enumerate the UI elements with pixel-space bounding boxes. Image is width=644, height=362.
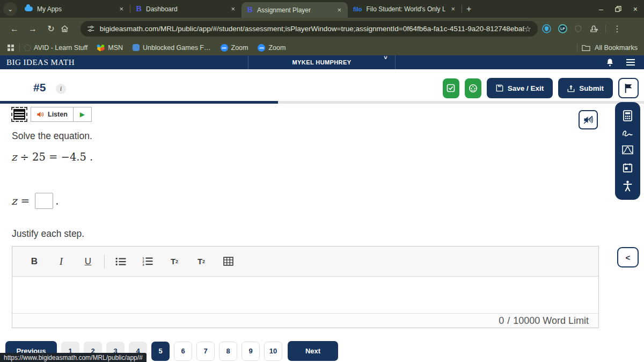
superscript-button[interactable]: T2 [161,257,188,266]
check-answer-button[interactable] [443,78,459,98]
forward-button[interactable]: → [24,24,42,34]
insert-table-button[interactable] [215,257,241,266]
unblocked-games-favicon [133,44,140,51]
submit-button[interactable]: Submit [558,78,613,98]
home-button[interactable] [60,24,78,33]
tab-separator [462,5,462,13]
page-button-7[interactable]: 7 [196,342,215,361]
extensions-puzzle-icon[interactable] [589,24,598,33]
assessment-player: #5 i Save / Exit Submit [0,69,644,362]
tab-filo-student[interactable]: filo Filo Student: World's Only Live × [348,0,462,18]
dimmed-shield-icon[interactable] [574,25,582,33]
answer-line: z = . [11,193,59,209]
bookmark-label: AVID - Learn Stuff [34,44,87,52]
avid-favicon [24,45,31,51]
tab-close-icon[interactable]: × [230,5,236,13]
answer-input[interactable] [35,193,53,209]
back-button[interactable]: ← [5,24,24,34]
ball-icon [469,84,478,93]
bookmark-zoom-2[interactable]: zm Zoom [258,44,286,52]
tab-dashboard[interactable]: B Dashboard × [130,0,241,18]
accessibility-icon[interactable] [623,180,632,192]
chevron-down-icon: ⌄ [8,5,13,13]
tab-close-icon[interactable]: × [450,5,456,13]
period: . [55,194,58,207]
bookmark-zoom-1[interactable]: zm Zoom [221,44,248,52]
site-info-icon[interactable] [87,25,95,33]
tab-my-apps[interactable]: My Apps × [19,0,130,18]
hamburger-menu-icon[interactable] [626,59,635,66]
listen-button[interactable]: Listen [31,107,74,121]
tab-assignment-player[interactable]: B Assignment Player × [241,2,348,18]
all-bookmarks-button[interactable]: All Bookmarks [577,44,638,52]
home-icon [60,24,69,33]
word-limit-label: 10000 Word Limit [513,315,589,327]
editor-text-area[interactable] [12,277,598,313]
apps-grid-icon[interactable] [6,44,15,52]
page-button-8[interactable]: 8 [219,342,237,361]
tab-close-icon[interactable]: × [118,5,125,13]
bookmark-star-icon[interactable]: ☆ [524,24,531,34]
user-name: MYKEL HUMPHREY [292,59,352,66]
app-header: BIG IDEAS MATH MYKEL HUMPHREY ˅ [0,55,644,69]
play-button[interactable]: ▶ [74,107,91,121]
info-button[interactable]: i [56,84,66,94]
word-count: 0 [499,315,504,327]
calculator-icon[interactable] [623,110,633,121]
progress-fill [0,101,278,104]
tools-button[interactable] [465,78,481,98]
save-exit-button[interactable]: Save / Exit [487,78,553,98]
bookmark-unblocked-games[interactable]: Unblocked Games F… [133,44,210,52]
underline-button[interactable]: U [75,256,101,267]
editor-footer: 0 / 10000 Word Limit [12,313,598,328]
calendar-icon[interactable] [623,163,633,173]
tab-title: Assignment Player [257,6,311,14]
tab-title: Filo Student: World's Only Live [367,5,446,13]
new-tab-button[interactable]: + [466,4,471,14]
user-menu[interactable]: MYKEL HUMPHREY ˅ [248,55,395,69]
collapse-panel-button[interactable]: < [617,247,639,267]
close-window-button[interactable]: × [633,5,638,13]
notifications-bell-icon[interactable] [606,58,614,67]
flag-icon [624,83,633,93]
address-bar[interactable]: bigideasmath.com/MRL/public/app/#/studen… [80,21,538,37]
tab-title: My Apps [37,5,62,13]
bullet-list-button[interactable] [107,257,134,266]
bookmark-msn[interactable]: MSN [97,44,123,52]
page-button-6[interactable]: 6 [174,342,192,361]
url-text[interactable]: bigideasmath.com/MRL/public/app/#/studen… [100,25,524,33]
rich-text-editor: B I U 123 T2 T2 0 / 10000 Wo [12,246,599,328]
drag-handle[interactable] [11,107,27,122]
subscript-mark: 2 [202,259,205,264]
bold-button[interactable]: B [21,256,48,267]
extension-icons: LP ⋮ [542,24,621,34]
scratchpad-scribble-icon[interactable] [622,129,633,137]
tab-title: Dashboard [146,5,178,13]
word-count-separator: / [507,315,510,327]
shield-extension-icon[interactable] [542,24,551,33]
muted-speaker-icon [583,115,594,125]
subscript-button[interactable]: T2 [188,257,215,266]
graphing-tool-icon[interactable] [622,145,633,155]
reload-button[interactable]: ↻ [42,24,60,34]
italic-button[interactable]: I [48,256,75,267]
equals-sign: = [21,194,30,207]
tab-search-button[interactable]: ⌄ [3,2,17,16]
tab-close-icon[interactable]: × [336,6,342,14]
folder-icon [582,44,590,52]
page-button-10[interactable]: 10 [264,342,282,361]
minimize-button[interactable]: – [599,5,603,13]
bookmark-avid[interactable]: AVID - Learn Stuff [24,44,87,52]
next-button[interactable]: Next [288,341,338,361]
browser-menu-button[interactable]: ⋮ [613,24,621,34]
page-button-9[interactable]: 9 [241,342,260,361]
mute-button[interactable] [579,110,598,129]
numbered-list-button[interactable]: 123 [134,257,161,266]
table-icon [223,257,233,266]
page-button-5-active[interactable]: 5 [151,342,170,361]
bookmark-label: Unblocked Games F… [143,44,210,52]
flag-question-button[interactable] [618,78,639,98]
filo-favicon: filo [353,6,362,12]
restore-button[interactable] [615,6,621,12]
lastpass-extension-icon[interactable]: LP [558,24,567,33]
